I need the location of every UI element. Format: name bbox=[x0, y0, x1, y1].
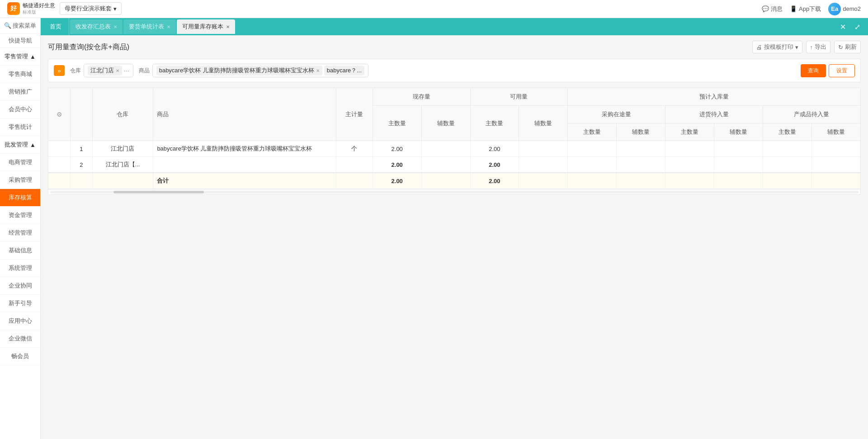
filter-actions: 查询 设置 bbox=[801, 64, 855, 77]
tab-available-inventory[interactable]: 可用量库存账本 ✕ bbox=[177, 19, 235, 34]
table-row: 1 江北门店 babycare学饮杯 儿童防摔防撞吸管杯重力球吸嘴杯宝宝水杯 个… bbox=[48, 141, 860, 157]
settings-button[interactable]: 设置 bbox=[829, 64, 855, 77]
row2-available-aux bbox=[519, 157, 568, 173]
sidebar-item-system[interactable]: 系统管理 bbox=[0, 260, 40, 277]
header-right: 💬 消息 📱 App下载 Ea demo2 bbox=[762, 3, 861, 15]
row1-product-pending-main bbox=[763, 141, 811, 157]
sidebar-item-membership[interactable]: 会员中心 bbox=[0, 101, 40, 118]
row1-current-aux bbox=[421, 141, 470, 157]
row1-purchase-in-main bbox=[568, 141, 617, 157]
row2-product-pending-aux bbox=[811, 157, 860, 173]
sidebar-item-marketing[interactable]: 营销推广 bbox=[0, 83, 40, 101]
col-purchase-in-aux: 辅数量 bbox=[617, 123, 665, 141]
product-tag-1: babycare学饮杯 儿童防摔防撞吸管杯重力球吸嘴杯宝宝水杯 ✕ bbox=[156, 66, 322, 76]
sidebar: 🔍 搜索菜单 快捷导航 零售管理 ▲ 零售商城 营销推广 会员中心 零售统计 bbox=[0, 18, 41, 439]
product-tag1-close[interactable]: ✕ bbox=[316, 68, 320, 73]
col-warehouse-header: 仓库 bbox=[92, 88, 153, 141]
sidebar-item-retail-store[interactable]: 零售商城 bbox=[0, 66, 40, 83]
warehouse-tag-close[interactable]: ✕ bbox=[116, 68, 119, 73]
sidebar-item-guide[interactable]: 新手引导 bbox=[0, 295, 40, 312]
row2-available-main: 2.00 bbox=[470, 157, 519, 173]
sidebar-item-wholesale-mgmt[interactable]: 批发管理 ▲ bbox=[0, 136, 40, 154]
col-purchase-pending-header: 进货待入量 bbox=[665, 106, 763, 123]
sidebar-item-retail-mgmt[interactable]: 零售管理 ▲ bbox=[0, 48, 40, 66]
page-actions: 🖨 按模板打印 ▾ ↑ 导出 ↻ 刷新 bbox=[752, 41, 861, 53]
app-download-label: App下载 bbox=[799, 5, 821, 13]
close-window-icon[interactable]: ✕ bbox=[837, 21, 848, 32]
sidebar-item-retail-stats[interactable]: 零售统计 bbox=[0, 118, 40, 136]
sidebar-item-finance[interactable]: 资金管理 bbox=[0, 207, 40, 224]
industry-selector[interactable]: 母婴行业演示账套 ▾ bbox=[60, 2, 122, 15]
data-table: ⚙ 仓库 商品 主计量 bbox=[48, 88, 860, 189]
col-available-aux-header: 辅数量 bbox=[519, 106, 568, 141]
maximize-icon[interactable]: ⤢ bbox=[852, 21, 863, 32]
filter-toggle-button[interactable]: » bbox=[54, 65, 65, 76]
row1-purchase-pending-aux bbox=[714, 141, 763, 157]
sidebar-item-wechat[interactable]: 企业微信 bbox=[0, 330, 40, 348]
logo-area: 好 畅捷通好生意 标准版 bbox=[7, 2, 55, 15]
user-profile[interactable]: Ea demo2 bbox=[828, 3, 861, 15]
query-button[interactable]: 查询 bbox=[801, 64, 826, 77]
row1-available-main: 2.00 bbox=[470, 141, 519, 157]
warehouse-tag: 江北门店 ✕ bbox=[88, 66, 122, 76]
print-button[interactable]: 🖨 按模板打印 ▾ bbox=[752, 41, 802, 53]
footer-available-main: 2.00 bbox=[470, 173, 519, 189]
industry-name: 母婴行业演示账套 bbox=[65, 5, 112, 13]
table-settings-icon[interactable]: ⚙ bbox=[57, 111, 62, 118]
sidebar-item-inventory[interactable]: 库存核算 bbox=[0, 189, 40, 207]
tab-home[interactable]: 首页 bbox=[42, 18, 69, 35]
tab-close-icon[interactable]: ✕ bbox=[113, 24, 117, 29]
refresh-icon: ↻ bbox=[838, 44, 843, 51]
chevron-down-icon: ▾ bbox=[795, 44, 798, 51]
col-product-pending-header: 产成品待入量 bbox=[763, 106, 860, 123]
sidebar-item-operations[interactable]: 经营管理 bbox=[0, 224, 40, 242]
top-header: 好 畅捷通好生意 标准版 母婴行业演示账套 ▾ 💬 消息 📱 App下载 Ea … bbox=[0, 0, 868, 18]
message-icon: 💬 bbox=[762, 5, 769, 12]
col-settings-header[interactable]: ⚙ bbox=[48, 88, 71, 141]
export-icon: ↑ bbox=[810, 44, 813, 51]
sidebar-item-basic-info[interactable]: 基础信息 bbox=[0, 242, 40, 260]
refresh-button[interactable]: ↻ 刷新 bbox=[834, 41, 861, 53]
app-download-action[interactable]: 📱 App下载 bbox=[790, 5, 821, 13]
tab-close-icon[interactable]: ✕ bbox=[226, 24, 230, 29]
row1-current-main: 2.00 bbox=[373, 141, 421, 157]
app-icon: 📱 bbox=[790, 5, 797, 12]
page-title: 可用量查询(按仓库+商品) bbox=[48, 42, 129, 52]
sidebar-nav[interactable]: 快捷导航 bbox=[0, 34, 40, 48]
sidebar-item-ecommerce[interactable]: 电商管理 bbox=[0, 154, 40, 171]
row2-purchase-in-aux bbox=[617, 157, 665, 173]
content-area: 首页 收发存汇总表 ✕ 要货单统计表 ✕ 可用量库存账本 ✕ ✕ ⤢ bbox=[41, 18, 868, 439]
product-input[interactable]: babycare学饮杯 儿童防摔防撞吸管杯重力球吸嘴杯宝宝水杯 ✕ babyca… bbox=[152, 64, 368, 77]
col-purchase-in-main: 主数量 bbox=[568, 123, 617, 141]
sidebar-item-member[interactable]: 畅会员 bbox=[0, 348, 40, 365]
warehouse-input[interactable]: 江北门店 ✕ ··· bbox=[84, 64, 133, 77]
warehouse-more-icon[interactable]: ··· bbox=[124, 67, 129, 74]
tab-receive-summary[interactable]: 收发存汇总表 ✕ bbox=[70, 19, 123, 34]
sidebar-item-purchase[interactable]: 采购管理 bbox=[0, 171, 40, 189]
sidebar-item-app-center[interactable]: 应用中心 bbox=[0, 312, 40, 330]
main-layout: 🔍 搜索菜单 快捷导航 零售管理 ▲ 零售商城 营销推广 会员中心 零售统计 bbox=[0, 18, 868, 439]
export-button[interactable]: ↑ 导出 bbox=[806, 41, 831, 53]
page-content: 可用量查询(按仓库+商品) 🖨 按模板打印 ▾ ↑ 导出 ↻ bbox=[41, 35, 868, 439]
sidebar-groups: 零售管理 ▲ 零售商城 营销推广 会员中心 零售统计 批发管理 ▲ 电商管理 bbox=[0, 48, 40, 365]
tab-close-icon[interactable]: ✕ bbox=[167, 24, 170, 29]
row1-product: babycare学饮杯 儿童防摔防撞吸管杯重力球吸嘴杯宝宝水杯 bbox=[153, 141, 336, 157]
tab-order-stats[interactable]: 要货单统计表 ✕ bbox=[123, 19, 176, 34]
message-action[interactable]: 💬 消息 bbox=[762, 5, 783, 13]
scrollbar-thumb[interactable] bbox=[113, 191, 204, 194]
page-inner: 可用量查询(按仓库+商品) 🖨 按模板打印 ▾ ↑ 导出 ↻ bbox=[41, 35, 868, 200]
chevron-icon: ▲ bbox=[30, 53, 36, 60]
col-unit-header: 主计量 bbox=[336, 88, 373, 141]
row1-purchase-pending-main bbox=[665, 141, 714, 157]
row2-current-main: 2.00 bbox=[373, 157, 421, 173]
footer-current-main: 2.00 bbox=[373, 173, 421, 189]
logo-text-block: 畅捷通好生意 标准版 bbox=[23, 2, 55, 15]
page-title-bar: 可用量查询(按仓库+商品) 🖨 按模板打印 ▾ ↑ 导出 ↻ bbox=[48, 41, 861, 53]
sidebar-search[interactable]: 🔍 搜索菜单 bbox=[0, 18, 40, 34]
sidebar-item-enterprise[interactable]: 企业协同 bbox=[0, 277, 40, 295]
row2-purchase-in-main bbox=[568, 157, 617, 173]
col-current-aux-header: 辅数量 bbox=[421, 106, 470, 141]
col-purchase-pending-aux: 辅数量 bbox=[714, 123, 763, 141]
chevron-icon: ▲ bbox=[30, 142, 36, 148]
horizontal-scrollbar[interactable] bbox=[48, 189, 860, 194]
